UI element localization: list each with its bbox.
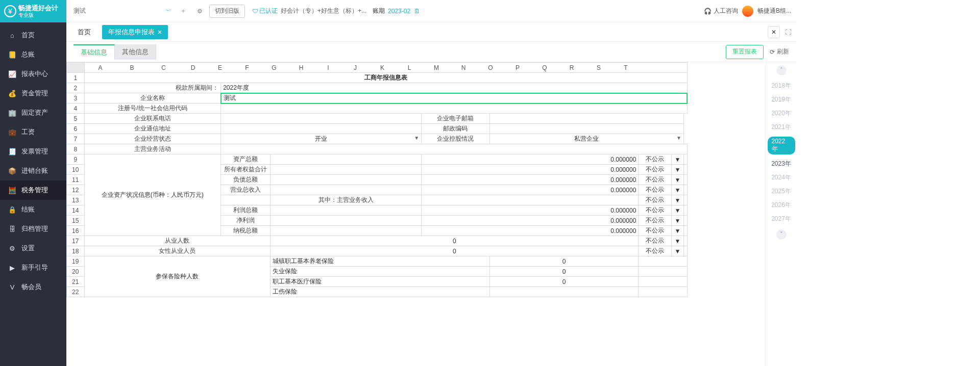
sidebar-item-10[interactable]: 🗄归档管理 — [0, 219, 66, 239]
dropdown-caret[interactable]: ▼ — [672, 205, 684, 216]
value-asset-1[interactable]: 0.000000 — [422, 165, 639, 175]
col-E[interactable]: E — [207, 64, 234, 71]
year-2026年[interactable]: 2026年 — [771, 201, 791, 210]
row-number[interactable]: 16 — [67, 226, 85, 236]
refresh-button[interactable]: ⟳ 刷新 — [770, 47, 789, 56]
col-J[interactable]: J — [342, 64, 369, 71]
row-number[interactable]: 15 — [67, 216, 85, 226]
sidebar-item-2[interactable]: 📈报表中心 — [0, 64, 66, 84]
sidebar-item-8[interactable]: 🧮税务管理 — [0, 180, 66, 200]
year-2027年[interactable]: 2027年 — [771, 215, 791, 223]
value-asset-5[interactable]: 0.000000 — [422, 205, 639, 216]
value-ins-1[interactable]: 0 — [489, 267, 638, 277]
user-name[interactable]: 畅捷通B组... — [757, 7, 791, 15]
gear-icon[interactable]: ⚙ — [193, 5, 206, 18]
col-P[interactable]: P — [504, 64, 531, 71]
value-asset-4[interactable] — [422, 195, 639, 205]
row-number[interactable]: 1 — [67, 73, 85, 83]
col-H[interactable]: H — [288, 64, 315, 71]
sidebar-item-5[interactable]: 💼工资 — [0, 122, 66, 142]
row-number[interactable]: 12 — [67, 185, 85, 195]
row-number[interactable]: 13 — [67, 195, 85, 205]
corner-cell[interactable] — [67, 63, 85, 73]
tab-home[interactable]: 首页 — [71, 25, 97, 39]
row-number[interactable]: 2 — [67, 83, 85, 93]
row-number[interactable]: 14 — [67, 205, 85, 216]
year-2018年[interactable]: 2018年 — [771, 82, 791, 90]
dropdown-caret[interactable]: ▼ — [672, 175, 684, 185]
value-ins-0[interactable]: 0 — [489, 256, 638, 267]
avatar[interactable] — [742, 6, 753, 17]
row-number[interactable]: 8 — [67, 144, 85, 154]
sidebar-item-6[interactable]: 🧾发票管理 — [0, 142, 66, 161]
dropdown-caret[interactable]: ▼ — [672, 226, 684, 236]
col-O[interactable]: O — [477, 64, 504, 71]
sidebar-item-1[interactable]: 📒总账 — [0, 45, 66, 64]
row-number[interactable]: 5 — [67, 114, 85, 124]
select-disp-asset-1[interactable]: 不公示 — [639, 165, 672, 175]
input-postcode[interactable] — [489, 124, 683, 134]
col-Q[interactable]: Q — [531, 64, 558, 71]
fullscreen-icon[interactable]: ⛶ — [785, 29, 791, 36]
year-2025年[interactable]: 2025年 — [771, 187, 791, 196]
subtab-other[interactable]: 其他信息 — [115, 44, 156, 60]
select-biz-status[interactable]: 开业▼ — [221, 134, 422, 144]
company-selector[interactable]: 测试 ﹀ — [71, 5, 174, 18]
dropdown-caret[interactable]: ▼ — [672, 165, 684, 175]
col-S[interactable]: S — [585, 64, 612, 71]
row-number[interactable]: 6 — [67, 124, 85, 134]
sidebar-item-4[interactable]: 🏢固定资产 — [0, 103, 66, 122]
col-M[interactable]: M — [423, 64, 450, 71]
rail-down-button[interactable]: ˅ — [776, 229, 787, 240]
sidebar-item-3[interactable]: 💰资金管理 — [0, 84, 66, 103]
year-2019年[interactable]: 2019年 — [771, 95, 791, 104]
value-asset-3[interactable]: 0.000000 — [422, 185, 639, 195]
value-ins-3[interactable] — [489, 287, 638, 297]
year-2022年[interactable]: 2022年 — [768, 137, 795, 154]
select-disp-asset-0[interactable]: 不公示 — [639, 154, 672, 165]
value-female-employees[interactable]: 0 — [271, 246, 639, 256]
sidebar-item-9[interactable]: 🔒结账 — [0, 200, 66, 219]
year-2021年[interactable]: 2021年 — [771, 123, 791, 132]
select-disp-asset-7[interactable]: 不公示 — [639, 226, 672, 236]
dropdown-caret[interactable]: ▼ — [672, 236, 684, 246]
col-C[interactable]: C — [148, 64, 180, 71]
column-headers[interactable]: ABCDEFGHIJKLMNOPQRST — [84, 63, 687, 73]
row-number[interactable]: 17 — [67, 236, 85, 246]
dropdown-caret[interactable]: ▼ — [672, 185, 684, 195]
sidebar-item-7[interactable]: 📦进销台账 — [0, 161, 66, 180]
dropdown-caret[interactable]: ▼ — [672, 246, 684, 256]
row-number[interactable]: 22 — [67, 287, 85, 297]
sidebar-item-12[interactable]: ▶新手引导 — [0, 258, 66, 277]
year-2023年[interactable]: 2023年 — [771, 160, 791, 168]
select-disp-employees[interactable]: 不公示 — [639, 236, 672, 246]
col-L[interactable]: L — [396, 64, 423, 71]
row-number[interactable]: 20 — [67, 267, 85, 277]
row-number[interactable]: 9 — [67, 154, 85, 165]
sidebar-item-13[interactable]: V畅会员 — [0, 277, 66, 297]
col-B[interactable]: B — [116, 64, 148, 71]
select-disp-asset-5[interactable]: 不公示 — [639, 205, 672, 216]
select-disp-female[interactable]: 不公示 — [639, 246, 672, 256]
select-disp-asset-4[interactable]: 不公示 — [639, 195, 672, 205]
subtab-basic[interactable]: 基础信息 — [74, 44, 115, 60]
sidebar-item-11[interactable]: ⚙设置 — [0, 239, 66, 258]
col-D[interactable]: D — [180, 64, 207, 71]
select-holding[interactable]: 私营企业▼ — [489, 134, 683, 144]
dropdown-caret[interactable]: ▼ — [672, 154, 684, 165]
row-number[interactable]: 7 — [67, 134, 85, 144]
value-asset-6[interactable]: 0.000000 — [422, 216, 639, 226]
row-number[interactable]: 4 — [67, 103, 85, 114]
col-R[interactable]: R — [558, 64, 585, 71]
close-all-button[interactable]: ✕ — [768, 26, 780, 38]
select-disp-asset-6[interactable]: 不公示 — [639, 216, 672, 226]
col-F[interactable]: F — [234, 64, 261, 71]
row-number[interactable]: 18 — [67, 246, 85, 256]
input-phone[interactable] — [221, 114, 422, 124]
dropdown-caret[interactable]: ▼ — [672, 216, 684, 226]
period-value[interactable]: 2023-02 🗓 — [388, 8, 420, 15]
col-A[interactable]: A — [85, 64, 116, 71]
switch-old-button[interactable]: 切到旧版 — [209, 5, 245, 18]
add-button[interactable]: ＋ — [177, 5, 190, 18]
dropdown-caret[interactable]: ▼ — [672, 195, 684, 205]
